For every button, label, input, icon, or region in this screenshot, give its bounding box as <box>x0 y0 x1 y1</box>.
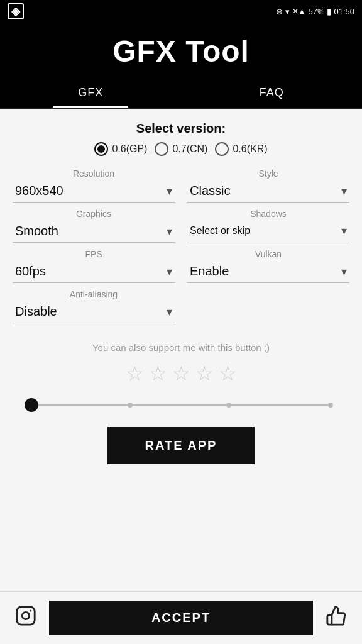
setting-vulkan: Vulkan Enable ▾ <box>187 249 349 283</box>
svg-point-1 <box>22 612 29 619</box>
status-bar: ◈ ⊖ ▾ ✕▲ 57% ▮ 01:50 <box>0 0 362 23</box>
rate-app-button[interactable]: RATE APP <box>107 427 255 464</box>
style-value: Classic <box>190 184 230 198</box>
tab-gfx[interactable]: GFX <box>53 80 128 108</box>
settings-grid: Resolution 960x540 ▾ Style Classic ▾ Gra… <box>13 169 349 323</box>
vulkan-dropdown[interactable]: Enable ▾ <box>187 260 349 283</box>
graphics-arrow: ▾ <box>167 225 172 238</box>
version-label-cn: 0.7(CN) <box>172 143 207 155</box>
battery-icon: ▮ <box>327 7 331 16</box>
slider-thumb[interactable] <box>25 398 38 412</box>
style-arrow: ▾ <box>341 184 347 198</box>
thumbsup-icon[interactable] <box>326 605 347 631</box>
instagram-icon[interactable] <box>15 605 36 631</box>
setting-fps: FPS 60fps ▾ <box>13 249 175 283</box>
star-5[interactable]: ☆ <box>219 362 237 386</box>
accept-button[interactable]: ACCEPT <box>49 601 313 635</box>
star-2[interactable]: ☆ <box>149 362 167 386</box>
vulkan-value: Enable <box>190 264 229 279</box>
app-icon: ◈ <box>8 3 24 19</box>
graphics-dropdown[interactable]: Smooth ▾ <box>13 220 175 243</box>
status-right: ⊖ ▾ ✕▲ 57% ▮ 01:50 <box>276 7 354 16</box>
resolution-label: Resolution <box>13 169 175 179</box>
star-rating[interactable]: ☆ ☆ ☆ ☆ ☆ <box>13 362 349 386</box>
shadows-arrow: ▾ <box>341 224 347 238</box>
vulkan-arrow: ▾ <box>341 265 347 279</box>
resolution-dropdown[interactable]: 960x540 ▾ <box>13 180 175 203</box>
star-3[interactable]: ☆ <box>172 362 190 386</box>
slider-tick-1 <box>128 402 133 408</box>
tab-bar: GFX FAQ <box>0 80 362 109</box>
version-option-gp[interactable]: 0.6(GP) <box>94 142 147 156</box>
resolution-value: 960x540 <box>15 184 63 198</box>
shadows-value: Select or skip <box>190 225 250 236</box>
star-1[interactable]: ☆ <box>126 362 144 386</box>
radio-cn[interactable] <box>155 142 168 156</box>
bottom-bar: ACCEPT <box>0 591 362 644</box>
shadows-label: Shadows <box>187 209 349 219</box>
shadows-dropdown[interactable]: Select or skip ▾ <box>187 220 349 242</box>
fps-label: FPS <box>13 249 175 259</box>
fps-dropdown[interactable]: 60fps ▾ <box>13 260 175 283</box>
antialiasing-label: Anti-aliasing <box>13 289 175 299</box>
antialiasing-arrow: ▾ <box>167 305 172 319</box>
setting-shadows: Shadows Select or skip ▾ <box>187 209 349 243</box>
fps-arrow: ▾ <box>167 265 172 279</box>
resolution-arrow: ▾ <box>167 184 172 198</box>
slider-track <box>31 404 331 406</box>
setting-style: Style Classic ▾ <box>187 169 349 203</box>
style-label: Style <box>187 169 349 179</box>
header: GFX Tool GFX FAQ <box>0 23 362 109</box>
version-label-gp: 0.6(GP) <box>112 143 147 155</box>
status-left: ◈ <box>8 3 24 19</box>
app-title: GFX Tool <box>0 34 362 69</box>
antialiasing-dropdown[interactable]: Disable ▾ <box>13 301 175 323</box>
version-radio-group: 0.6(GP) 0.7(CN) 0.6(KR) <box>13 142 349 156</box>
svg-rect-0 <box>17 606 35 624</box>
support-section: You can also support me with this button… <box>13 342 349 464</box>
slider-tick-3 <box>328 402 333 408</box>
tab-faq[interactable]: FAQ <box>234 80 309 108</box>
main-content: Select version: 0.6(GP) 0.7(CN) 0.6(KR) … <box>0 109 362 537</box>
rating-slider[interactable] <box>31 396 331 414</box>
version-option-cn[interactable]: 0.7(CN) <box>155 142 207 156</box>
fps-value: 60fps <box>15 264 46 279</box>
antialiasing-value: Disable <box>15 304 57 319</box>
setting-resolution: Resolution 960x540 ▾ <box>13 169 175 203</box>
graphics-label: Graphics <box>13 209 175 219</box>
wifi-icon: ▾ <box>285 7 290 16</box>
time: 01:50 <box>334 7 354 16</box>
version-label-kr: 0.6(KR) <box>233 143 267 155</box>
battery-percent: 57% <box>308 7 324 16</box>
spacer <box>0 537 362 591</box>
graphics-value: Smooth <box>15 224 58 238</box>
setting-antialiasing: Anti-aliasing Disable ▾ <box>13 289 175 323</box>
select-version-section: Select version: 0.6(GP) 0.7(CN) 0.6(KR) <box>13 121 349 156</box>
star-4[interactable]: ☆ <box>195 362 214 386</box>
style-dropdown[interactable]: Classic ▾ <box>187 180 349 203</box>
setting-graphics: Graphics Smooth ▾ <box>13 209 175 243</box>
signal-icon: ✕▲ <box>292 7 306 16</box>
radio-kr[interactable] <box>215 142 229 156</box>
vulkan-label: Vulkan <box>187 249 349 259</box>
svg-point-2 <box>30 609 31 611</box>
slider-tick-2 <box>226 402 231 408</box>
select-version-title: Select version: <box>13 121 349 136</box>
minus-icon: ⊖ <box>276 7 283 16</box>
version-option-kr[interactable]: 0.6(KR) <box>215 142 267 156</box>
radio-gp[interactable] <box>94 142 108 156</box>
support-text: You can also support me with this button… <box>13 342 349 353</box>
